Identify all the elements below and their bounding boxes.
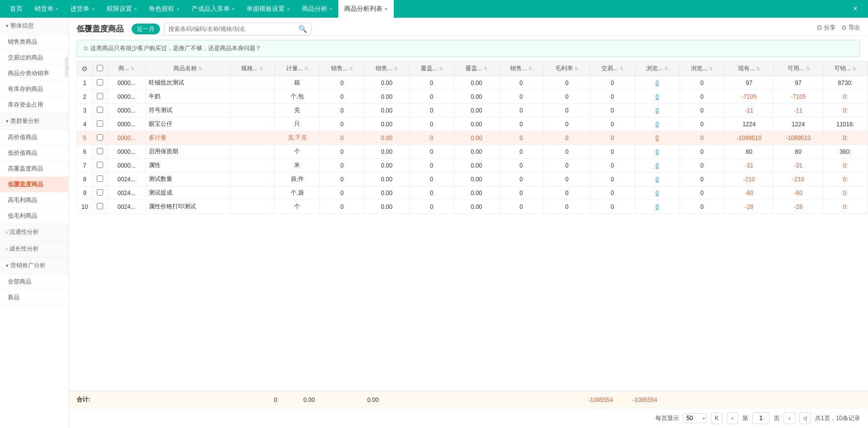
cell-checkbox-4[interactable]	[93, 131, 108, 145]
th-saleable[interactable]: 可销...⇅	[823, 61, 868, 76]
filter-recent-month-button[interactable]: 近一月	[132, 24, 160, 34]
export-button[interactable]: ⊙ 导出	[841, 24, 860, 32]
cell-view1-5[interactable]: 0	[635, 145, 679, 159]
cell-view1-3[interactable]: 0	[635, 117, 679, 131]
sort-saleable-icon[interactable]: ⇅	[852, 66, 856, 71]
nav-product-analysis[interactable]: 商品分析 ×	[296, 0, 338, 18]
row-checkbox-5[interactable]	[97, 148, 103, 154]
sidebar-group-cluster-title[interactable]: ▾ 类群量分析	[0, 113, 68, 130]
sort-current-qty-icon[interactable]: ⇅	[756, 66, 760, 71]
search-icon[interactable]: 🔍	[298, 25, 307, 33]
th-name[interactable]: 商品名称⇅	[146, 61, 230, 76]
cell-checkbox-3[interactable]	[93, 117, 108, 131]
cell-view1-9[interactable]: 0	[635, 200, 679, 214]
sort-sales-qty-icon[interactable]: ⇅	[349, 66, 353, 71]
select-all-checkbox[interactable]	[97, 65, 103, 71]
sidebar-item-stock-capital[interactable]: 库存资金占用	[0, 97, 68, 113]
sort-trade-icon[interactable]: ⇅	[620, 66, 624, 71]
row-checkbox-7[interactable]	[97, 175, 103, 182]
nav-permissions[interactable]: 权限设置 ×	[101, 0, 143, 18]
nav-home[interactable]: 首页	[4, 0, 28, 18]
cell-checkbox-8[interactable]	[93, 186, 108, 200]
cell-view1-6[interactable]: 0	[635, 159, 679, 172]
nav-template-settings-close[interactable]: ×	[287, 6, 290, 12]
sidebar-item-new-goods[interactable]: 新品	[0, 290, 68, 306]
cell-view1-0[interactable]: 0	[635, 76, 679, 90]
nav-product-analysis-list-close[interactable]: ×	[384, 6, 387, 12]
prev-page-button[interactable]: ‹	[727, 412, 738, 424]
sort-cover2-icon[interactable]: ⇅	[484, 66, 488, 71]
cell-checkbox-6[interactable]	[93, 159, 108, 172]
th-available-qty[interactable]: 可用...⇅	[774, 61, 823, 76]
row-checkbox-4[interactable]	[97, 134, 103, 141]
cell-checkbox-9[interactable]	[93, 200, 108, 214]
nav-finished-goods[interactable]: 产成品入库单 ×	[186, 0, 241, 18]
sort-available-qty-icon[interactable]: ⇅	[806, 66, 810, 71]
sort-cover1-icon[interactable]: ⇅	[439, 66, 443, 71]
sidebar-item-traded-goods[interactable]: 交易过的商品	[0, 50, 68, 66]
th-settings[interactable]: ⚙	[77, 61, 93, 76]
cell-checkbox-2[interactable]	[93, 104, 108, 117]
sidebar-item-in-stock[interactable]: 有库存的商品	[0, 82, 68, 97]
sidebar-group-growth-title[interactable]: › 成长性分析	[0, 241, 68, 257]
nav-sales-order-close[interactable]: ×	[55, 6, 58, 12]
next-page-button[interactable]: ›	[784, 412, 795, 424]
row-checkbox-9[interactable]	[97, 203, 103, 209]
sort-sales-amt-icon[interactable]: ⇅	[394, 66, 398, 71]
sidebar-item-high-value[interactable]: 高价值商品	[0, 130, 68, 145]
nav-role-auth-close[interactable]: ×	[176, 6, 179, 12]
cell-checkbox-5[interactable]	[93, 145, 108, 159]
nav-finished-goods-close[interactable]: ×	[232, 6, 235, 12]
th-sales-extra[interactable]: 销售...⇅	[499, 61, 543, 76]
cell-checkbox-0[interactable]	[93, 76, 108, 90]
share-button[interactable]: ⊡ 分享	[817, 24, 836, 32]
nav-role-auth[interactable]: 角色授权 ×	[143, 0, 185, 18]
th-sales-qty[interactable]: 销售...⇅	[320, 61, 364, 76]
sort-unit-icon[interactable]: ⇅	[304, 66, 308, 71]
sort-code-icon[interactable]: ⇅	[131, 66, 135, 71]
nav-permissions-close[interactable]: ×	[134, 6, 137, 12]
nav-product-analysis-list[interactable]: 商品分析列表 ×	[338, 0, 393, 18]
sort-view2-icon[interactable]: ⇅	[709, 66, 713, 71]
nav-product-analysis-close[interactable]: ×	[329, 6, 332, 12]
th-view1[interactable]: 浏览...⇅	[635, 61, 679, 76]
sidebar-item-all-goods[interactable]: 全部商品	[0, 274, 68, 290]
sidebar-item-high-margin[interactable]: 高毛利商品	[0, 193, 68, 208]
nav-template-settings[interactable]: 单据模板设置 ×	[241, 0, 296, 18]
th-sales-amt[interactable]: 销售...⇅	[364, 61, 409, 76]
sort-sales-extra-icon[interactable]: ⇅	[528, 66, 532, 71]
sort-margin-icon[interactable]: ⇅	[574, 66, 578, 71]
th-code[interactable]: 商...⇅	[108, 61, 146, 76]
th-cover2[interactable]: 覆盖...⇅	[454, 61, 499, 76]
sidebar-item-low-value[interactable]: 低价值商品	[0, 145, 68, 161]
th-checkbox[interactable]	[93, 61, 108, 76]
th-cover1[interactable]: 覆盖...⇅	[409, 61, 454, 76]
window-close-button[interactable]: ×	[846, 0, 864, 18]
row-checkbox-3[interactable]	[97, 120, 103, 127]
row-checkbox-0[interactable]	[97, 79, 103, 86]
first-page-button[interactable]: K	[711, 412, 723, 424]
sort-name-icon[interactable]: ⇅	[198, 66, 202, 71]
th-current-qty[interactable]: 现有...⇅	[725, 61, 774, 76]
sidebar-group-overall-title[interactable]: ▾ 整体信息	[0, 18, 68, 34]
row-checkbox-2[interactable]	[97, 107, 103, 113]
sidebar-item-sales-goods[interactable]: 销售类商品	[0, 34, 68, 50]
th-spec[interactable]: 规格...⇅	[230, 61, 274, 76]
th-trade[interactable]: 交易...⇅	[590, 61, 635, 76]
sidebar-item-category-rate[interactable]: 商品分类动销率	[0, 66, 68, 82]
cell-view1-4[interactable]: 0	[635, 131, 679, 145]
sidebar-group-liquidity-title[interactable]: › 流通性分析	[0, 224, 68, 241]
sort-spec-icon[interactable]: ⇅	[259, 66, 263, 71]
nav-purchase-order[interactable]: 进货单 ×	[64, 0, 100, 18]
cell-view1-2[interactable]: 0	[635, 104, 679, 117]
last-page-button[interactable]: ›|	[799, 412, 811, 424]
sort-view1-icon[interactable]: ⇅	[664, 66, 668, 71]
row-checkbox-6[interactable]	[97, 162, 103, 168]
page-size-select[interactable]: 50 100 200	[683, 413, 707, 423]
sidebar-group-marketing-title[interactable]: ▾ 营销推广分析	[0, 257, 68, 274]
sidebar-item-high-coverage[interactable]: 高覆盖度商品	[0, 161, 68, 177]
nav-sales-order[interactable]: 销货单 ×	[28, 0, 64, 18]
cell-view1-7[interactable]: 0	[635, 172, 679, 186]
th-margin[interactable]: 毛利率⇅	[543, 61, 590, 76]
th-unit[interactable]: 计量...⇅	[275, 61, 320, 76]
